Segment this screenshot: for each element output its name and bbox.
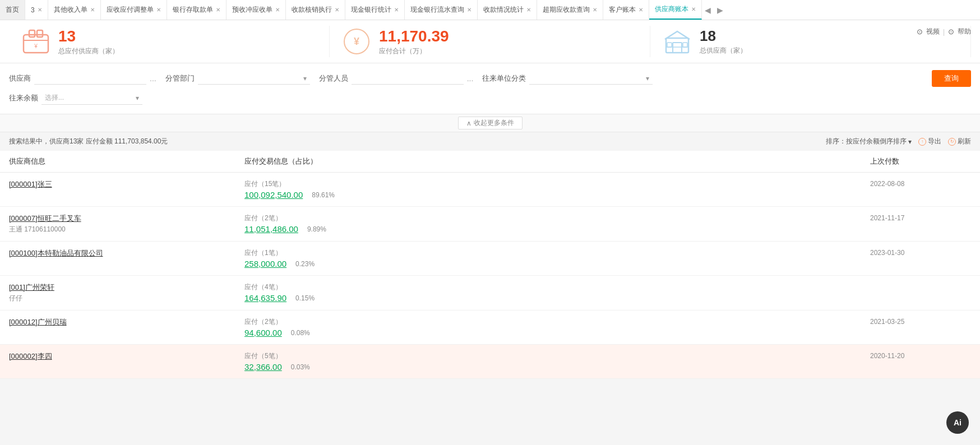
supplier-link[interactable]: [000012]广州贝瑞 <box>9 318 67 326</box>
help-link[interactable]: 帮助 <box>958 27 971 36</box>
nav-tab-prepay-ar[interactable]: 预收冲应收单 ✕ <box>226 0 286 20</box>
nav-left-arrow[interactable]: ◀ <box>702 0 714 20</box>
chevron-down-icon: ▾ <box>908 138 912 146</box>
nav-tab-bank-deposit[interactable]: 银行存取款单 ✕ <box>167 0 226 20</box>
nav-tab-overdue-ar[interactable]: 超期应收款查询 ✕ <box>537 0 603 20</box>
close-icon[interactable]: ✕ <box>526 7 531 13</box>
tx-amount[interactable]: 94,600.00 <box>244 328 282 337</box>
close-icon[interactable]: ✕ <box>639 7 643 13</box>
last-pay-date: 2020-11-20 <box>870 352 904 360</box>
supplier-dots[interactable]: ... <box>150 74 156 83</box>
supplier-link[interactable]: [001]广州荣轩 <box>9 283 54 291</box>
nav-right-arrow[interactable]: ▶ <box>714 0 727 20</box>
separator: | <box>943 28 945 36</box>
close-icon[interactable]: ✕ <box>38 7 42 13</box>
last-pay-date: 2023-01-30 <box>870 249 904 257</box>
close-icon[interactable]: ✕ <box>90 7 95 13</box>
nav-tab-3[interactable]: 3 ✕ <box>25 0 48 20</box>
result-summary-text: 搜索结果中，供应商13家 应付金额 111,703,854.00元 <box>9 137 168 146</box>
supplier-cell: [000002]李四 <box>9 351 244 361</box>
balance-select[interactable]: 选择... ▾ <box>41 91 142 105</box>
tx-amount[interactable]: 100,092,540.00 <box>244 190 303 200</box>
svg-rect-8 <box>673 43 682 53</box>
nav-tab-other-income-label: 其他收入单 <box>54 5 87 15</box>
collapse-button[interactable]: ∧ 收起更多条件 <box>458 117 523 129</box>
nav-tab-cash-bank-stat[interactable]: 现金银行统计 ✕ <box>345 0 405 20</box>
supplier-input[interactable] <box>34 73 146 85</box>
last-pay-cell: 2023-01-30 <box>870 248 971 257</box>
nav-tab-cash-bank-flow[interactable]: 现金银行流水查询 ✕ <box>405 0 478 20</box>
category-select[interactable]: ▾ <box>529 73 653 85</box>
nav-tab-supplier-ledger-label: 供应商账本 <box>655 4 688 14</box>
supplier-link[interactable]: [000100]本特勒油品有限公司 <box>9 249 103 257</box>
tx-amount[interactable]: 258,000.00 <box>244 259 286 268</box>
nav-tab-customer-ledger[interactable]: 客户账本 ✕ <box>603 0 649 20</box>
supplier-cell: [000100]本特勒油品有限公司 <box>9 248 244 258</box>
sort-button[interactable]: 排序：按应付余额倒序排序 ▾ <box>826 137 912 146</box>
filter-item-dept: 分管部门 ▾ <box>165 73 310 85</box>
table-row[interactable]: [000100]本特勒油品有限公司 应付（1笔） 258,000.00 0.23… <box>0 242 980 276</box>
close-icon[interactable]: ✕ <box>216 7 220 13</box>
supplier-sub: 仔仔 <box>9 294 244 303</box>
close-icon[interactable]: ✕ <box>394 7 399 13</box>
nav-tab-receipt-verify[interactable]: 收款核销执行 ✕ <box>286 0 345 20</box>
video-circle-icon: ⊙ <box>917 27 923 36</box>
query-button[interactable]: 查询 <box>932 70 971 87</box>
supplier-link[interactable]: [000007]恒旺二手叉车 <box>9 214 81 222</box>
tx-label: 应付（4笔） <box>244 283 282 291</box>
nav-tab-home-label: 首页 <box>6 5 19 15</box>
nav-tab-supplier-ledger[interactable]: 供应商账本 ✕ <box>649 0 702 20</box>
export-button[interactable]: ↑ 导出 <box>918 137 941 146</box>
supplier-cell: [000001]张三 <box>9 179 244 189</box>
col-header-last-pay: 上次付数 <box>870 156 971 166</box>
person-dots[interactable]: ... <box>467 74 474 83</box>
tx-amount[interactable]: 32,366.00 <box>244 362 282 372</box>
collapse-up-icon: ∧ <box>466 119 471 127</box>
tx-percent: 9.89% <box>307 225 326 233</box>
supplier-cell: [001]广州荣轩 仔仔 <box>9 282 244 303</box>
close-icon[interactable]: ✕ <box>467 7 471 13</box>
col-header-transaction: 应付交易信息（占比） <box>244 156 870 166</box>
dept-filter-label: 分管部门 <box>165 73 195 84</box>
col-header-supplier: 供应商信息 <box>9 156 244 166</box>
close-icon[interactable]: ✕ <box>335 7 339 13</box>
nav-tab-cash-bank-flow-label: 现金银行流水查询 <box>410 5 464 15</box>
dept-select[interactable]: ▾ <box>198 73 310 85</box>
balance-select-placeholder: 选择... <box>45 93 136 103</box>
person-input[interactable] <box>352 73 464 85</box>
close-icon[interactable]: ✕ <box>156 7 161 13</box>
nav-tab-other-income[interactable]: 其他收入单 ✕ <box>48 0 101 20</box>
table-row[interactable]: [000002]李四 应付（5笔） 32,366.00 0.03% 2020-1… <box>0 345 980 379</box>
table-row[interactable]: [000007]恒旺二手叉车 王通 17106110000 应付（2笔） 11,… <box>0 207 980 242</box>
supplier-link[interactable]: [000002]李四 <box>9 352 52 360</box>
nav-tab-receipt-stat[interactable]: 收款情况统计 ✕ <box>478 0 537 20</box>
nav-tab-ar-ap-adj[interactable]: 应收应付调整单 ✕ <box>101 0 167 20</box>
nav-tab-home[interactable]: 首页 <box>0 0 25 20</box>
supplier-cell: [000012]广州贝瑞 <box>9 317 244 327</box>
tx-label: 应付（2笔） <box>244 214 282 222</box>
table-row[interactable]: [001]广州荣轩 仔仔 应付（4笔） 164,635.90 0.15% <box>0 276 980 310</box>
total-supplier-count: 18 <box>700 27 747 45</box>
video-link[interactable]: 视频 <box>926 27 940 36</box>
filter-item-supplier: 供应商 ... <box>9 73 156 85</box>
close-icon[interactable]: ✕ <box>593 7 597 13</box>
tx-percent: 0.23% <box>295 260 315 268</box>
refresh-button[interactable]: ↻ 刷新 <box>948 137 971 146</box>
svg-text:¥: ¥ <box>354 36 359 47</box>
total-amount-label: 应付合计（万） <box>379 47 449 56</box>
last-pay-date: 2022-08-08 <box>870 180 904 188</box>
tx-label: 应付（1笔） <box>244 249 282 257</box>
data-table: 供应商信息 应付交易信息（占比） 上次付数 [000001]张三 应付（15笔）… <box>0 151 980 379</box>
sort-label: 排序：按应付余额倒序排序 <box>826 137 907 146</box>
supplier-link[interactable]: [000001]张三 <box>9 180 52 188</box>
tx-amount[interactable]: 164,635.90 <box>244 293 286 303</box>
last-pay-date: 2021-03-25 <box>870 318 904 326</box>
collapse-label: 收起更多条件 <box>474 118 514 128</box>
table-row[interactable]: [000001]张三 应付（15笔） 100,092,540.00 89.61%… <box>0 173 980 207</box>
tx-percent: 0.08% <box>291 329 310 337</box>
tx-amount[interactable]: 11,051,486.00 <box>244 224 298 234</box>
supplier-cell: [000007]恒旺二手叉车 王通 17106110000 <box>9 214 244 234</box>
table-row[interactable]: [000012]广州贝瑞 应付（2笔） 94,600.00 0.08% 2021… <box>0 310 980 345</box>
close-icon[interactable]: ✕ <box>275 7 280 13</box>
close-icon[interactable]: ✕ <box>691 6 696 12</box>
